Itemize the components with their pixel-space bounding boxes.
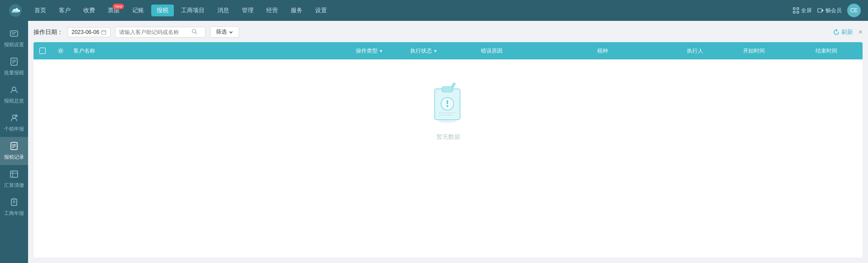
svg-rect-1 (793, 8, 795, 10)
nav-service[interactable]: 服务 (285, 5, 308, 16)
svg-rect-5 (818, 9, 822, 12)
sidebar: 报税设置 批量报税 报税总览 (0, 21, 28, 263)
search-icon[interactable] (192, 29, 197, 36)
nav-accounts[interactable]: 记账 (127, 5, 149, 16)
fullscreen-icon (793, 7, 799, 14)
svg-text:个: 个 (15, 115, 18, 117)
sidebar-item-settlement[interactable]: 汇算清缴 (0, 165, 28, 193)
nav-client[interactable]: 客户 (53, 5, 76, 16)
top-nav-right: 全屏 畅会员 CE (793, 4, 861, 17)
annual-report-icon (10, 198, 19, 208)
svg-point-34 (60, 50, 62, 52)
th-name: 客户名称 (70, 42, 342, 59)
nav-items: 首页 客户 收费 票据 new 记账 报税 工商项目 消息 管理 经营 服务 设… (29, 5, 793, 16)
date-value: 2023-06-06 (72, 29, 99, 35)
toolbar-right: 刷新 × (833, 28, 863, 36)
sidebar-label-tax-summary: 报税总览 (4, 97, 24, 104)
th-executor: 执行人 (672, 42, 718, 59)
date-picker[interactable]: 2023-06-06 (67, 27, 110, 37)
svg-rect-4 (797, 11, 799, 13)
nav-billing[interactable]: 收费 (78, 5, 101, 16)
sidebar-label-settlement: 汇算清缴 (4, 182, 24, 189)
filter-button[interactable]: 筛选 (210, 26, 239, 38)
th-exec-status[interactable]: 执行状态 ▼ (397, 42, 451, 59)
svg-rect-40 (442, 87, 453, 92)
tax-settings-icon (10, 29, 19, 39)
tax-records-icon (10, 141, 19, 152)
chevron-down-icon (229, 30, 233, 34)
th-error-reason: 错误原因 (451, 42, 532, 59)
sidebar-item-tax-summary[interactable]: 报税总览 (0, 81, 28, 109)
sidebar-item-batch-tax[interactable]: 批量报税 (0, 53, 28, 81)
fullscreen-label: 全屏 (801, 7, 812, 15)
svg-point-43 (446, 105, 448, 107)
th-settings[interactable] (52, 42, 70, 59)
svg-rect-42 (446, 100, 448, 104)
sidebar-label-batch-tax: 批量报税 (4, 69, 24, 76)
svg-point-32 (192, 29, 196, 33)
close-button[interactable]: × (858, 28, 863, 36)
nav-home[interactable]: 首页 (29, 5, 52, 16)
app-logo[interactable] (7, 2, 24, 19)
search-input[interactable] (119, 29, 192, 35)
svg-line-33 (196, 33, 197, 34)
sidebar-item-annual-report[interactable]: 工商年报 (0, 193, 28, 221)
svg-rect-28 (101, 30, 106, 34)
member-label: 畅会员 (825, 7, 842, 15)
table-header: 客户名称 操作类型 ▼ 执行状态 ▼ 错误原因 税种 执行人 (34, 42, 863, 59)
nav-invoice[interactable]: 票据 new (102, 5, 125, 16)
tax-summary-icon (10, 85, 19, 96)
nav-messages[interactable]: 消息 (212, 5, 235, 16)
svg-point-46 (438, 119, 456, 123)
calendar-icon (101, 29, 106, 35)
sidebar-label-annual-report: 工商年报 (4, 210, 24, 217)
th-checkbox[interactable] (34, 42, 52, 59)
svg-rect-3 (793, 11, 795, 13)
empty-illustration (426, 78, 471, 127)
toolbar: 操作日期： 2023-06-06 (34, 26, 863, 38)
refresh-label: 刷新 (841, 28, 853, 36)
svg-rect-21 (10, 171, 18, 177)
th-start-time: 开始时间 (718, 42, 790, 59)
batch-tax-icon (10, 57, 19, 68)
settings-icon (58, 48, 64, 54)
select-all-checkbox[interactable] (39, 48, 46, 54)
empty-state: 暂无数据 (34, 59, 863, 159)
svg-rect-6 (10, 31, 18, 36)
svg-rect-2 (797, 8, 799, 10)
svg-rect-27 (13, 198, 15, 200)
nav-operation[interactable]: 经营 (261, 5, 283, 16)
sort-icon-status: ▼ (433, 49, 438, 54)
video-icon (817, 7, 824, 14)
sort-icon-type: ▼ (379, 49, 384, 54)
th-op-type[interactable]: 操作类型 ▼ (342, 42, 397, 59)
refresh-button[interactable]: 刷新 (833, 28, 853, 36)
top-nav: 首页 客户 收费 票据 new 记账 报税 工商项目 消息 管理 经营 服务 设… (0, 0, 868, 21)
th-tax-type: 税种 (532, 42, 672, 59)
main-content: 操作日期： 2023-06-06 (28, 21, 868, 263)
refresh-icon (833, 29, 839, 35)
table-container: 客户名称 操作类型 ▼ 执行状态 ▼ 错误原因 税种 执行人 (34, 42, 863, 258)
filter-label: 筛选 (216, 28, 227, 36)
th-end-time: 结束时间 (790, 42, 863, 59)
sidebar-item-tax-settings[interactable]: 报税设置 (0, 24, 28, 53)
nav-settings[interactable]: 设置 (310, 5, 332, 16)
nav-manage[interactable]: 管理 (236, 5, 259, 16)
sidebar-label-tax-settings: 报税设置 (4, 41, 24, 48)
main-layout: 报税设置 批量报税 报税总览 (0, 21, 868, 263)
settlement-icon (10, 170, 19, 180)
sidebar-label-personal-tax: 个税申报 (4, 126, 24, 132)
nav-business[interactable]: 工商项目 (176, 5, 210, 16)
empty-text: 暂无数据 (436, 133, 460, 141)
fullscreen-button[interactable]: 全屏 (793, 7, 812, 15)
avatar[interactable]: CE (847, 4, 861, 17)
search-box[interactable] (115, 27, 206, 38)
invoice-badge: new (113, 4, 124, 9)
date-label: 操作日期： (34, 28, 63, 36)
sidebar-item-tax-records[interactable]: 报税记录 (0, 137, 28, 165)
nav-tax[interactable]: 报税 (151, 5, 174, 16)
table-body: 暂无数据 (34, 59, 863, 258)
member-button[interactable]: 畅会员 (817, 7, 842, 15)
sidebar-item-personal-tax[interactable]: 个 个税申报 (0, 109, 28, 137)
personal-tax-icon: 个 (10, 113, 19, 124)
